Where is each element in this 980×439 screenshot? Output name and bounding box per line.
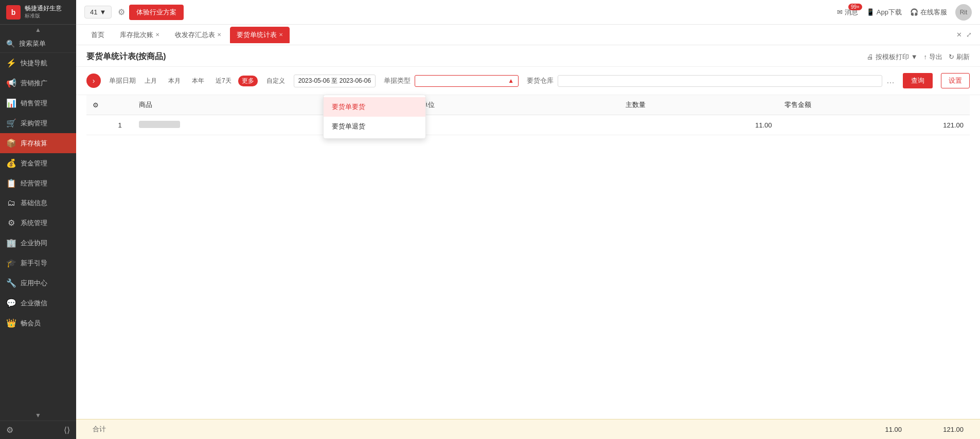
sales-icon: 📊: [6, 98, 16, 108]
inventory-icon: 📦: [6, 138, 16, 148]
settings-bottom-icon[interactable]: ⚙: [6, 425, 13, 435]
user-avatar[interactable]: Rit: [955, 4, 972, 21]
system-label: 系统管理: [21, 218, 70, 228]
sidebar-scroll-up[interactable]: ▲: [0, 25, 76, 35]
date-range-input[interactable]: 2023-05-06 至 2023-06-06: [294, 75, 376, 87]
content-area: 要货单统计表(按商品) 🖨 按模板打印 ▼ ↑ 导出 ↻ 刷新: [76, 45, 980, 439]
search-button[interactable]: 查询: [903, 73, 933, 88]
data-table: ⚙ 商品 主计量单位 主数量 零售金额 1: [86, 95, 970, 135]
date-btn-this-month[interactable]: 本月: [164, 75, 185, 87]
date-shortcuts: 上月 本月 本年 近7天 更多: [140, 75, 258, 87]
app-download-icon: 📱: [866, 8, 875, 16]
operations-label: 经营管理: [21, 179, 70, 188]
sidebar-search[interactable]: 🔍 搜索菜单: [0, 35, 76, 53]
messages-action[interactable]: ✉ 消息 99+: [837, 8, 858, 17]
col-settings-header[interactable]: ⚙: [86, 95, 107, 115]
finance-icon: 💰: [6, 158, 16, 168]
quick-nav-label: 快捷导航: [21, 59, 70, 68]
row-settings: [86, 115, 107, 135]
filter-expand-btn[interactable]: ›: [86, 74, 101, 88]
header-settings-icon[interactable]: ⚙: [118, 7, 125, 17]
warehouse-input[interactable]: [558, 75, 882, 87]
support-action[interactable]: 🎧 在线客服: [910, 8, 947, 17]
basic-info-icon: 🗂: [6, 198, 16, 208]
title-actions: 🖨 按模板打印 ▼ ↑ 导出 ↻ 刷新: [867, 52, 970, 62]
purchase-label: 采购管理: [21, 119, 70, 128]
tab-inventory-batch[interactable]: 库存批次账 ✕: [113, 27, 166, 43]
search-icon: 🔍: [6, 40, 15, 48]
footer-quantity: 11.00: [861, 426, 902, 433]
col-amount-header: 零售金额: [778, 95, 970, 115]
warehouse-filter-group: 要货仓库 …: [527, 75, 895, 87]
dropdown-item-order-goods[interactable]: 要货单要货: [324, 97, 425, 117]
sidebar-item-inventory[interactable]: 📦 库存核算: [0, 133, 76, 153]
export-btn[interactable]: ↑ 导出: [924, 52, 943, 62]
sidebar-item-purchase[interactable]: 🛒 采购管理: [0, 113, 76, 133]
dropdown-arrow-icon: ▼: [99, 8, 106, 16]
export-label: 导出: [929, 52, 942, 62]
tab-actions: ✕ ⤢: [956, 31, 972, 39]
sidebar-item-basic-info[interactable]: 🗂 基础信息: [0, 193, 76, 213]
basic-info-label: 基础信息: [21, 198, 70, 208]
row-unit: 块: [395, 115, 619, 135]
search-menu-label: 搜索菜单: [19, 39, 46, 48]
type-filter-group: 单据类型 ▲: [384, 75, 519, 87]
sidebar-item-enterprise[interactable]: 🏢 企业协同: [0, 233, 76, 253]
refresh-btn[interactable]: ↻ 刷新: [949, 52, 970, 62]
sidebar-item-vip[interactable]: 👑 畅会员: [0, 313, 76, 333]
sidebar-item-system[interactable]: ⚙ 系统管理: [0, 213, 76, 233]
type-select-input[interactable]: [419, 77, 506, 85]
tab-close-all-icon[interactable]: ✕: [956, 31, 962, 39]
sidebar-item-sales[interactable]: 📊 销售管理: [0, 93, 76, 113]
trial-button[interactable]: 体验行业方案: [129, 5, 184, 20]
tab-expand-icon[interactable]: ⤢: [966, 31, 972, 39]
enterprise-label: 企业协同: [21, 239, 70, 248]
col-quantity-header: 主数量: [619, 95, 778, 115]
sidebar-item-operations[interactable]: 📋 经营管理: [0, 173, 76, 193]
tab-inventory-batch-close[interactable]: ✕: [155, 32, 159, 38]
date-btn-more[interactable]: 更多: [238, 76, 258, 86]
row-amount: 121.00: [778, 115, 970, 135]
row-seq: 1: [107, 115, 133, 135]
messages-badge: 99+: [848, 4, 862, 10]
sidebar-scroll-down[interactable]: ▼: [0, 410, 76, 420]
sidebar-item-guide[interactable]: 🎓 新手引导: [0, 253, 76, 273]
table-footer: 合计 11.00 121.00: [76, 419, 980, 439]
logo-icon: b: [6, 5, 21, 20]
tab-order-stats-close[interactable]: ✕: [279, 32, 283, 38]
footer-label: 合计: [93, 425, 106, 434]
date-btn-last-month[interactable]: 上月: [140, 75, 162, 87]
sidebar-item-wechat[interactable]: 💬 企业微信: [0, 293, 76, 313]
tab-inventory-batch-label: 库存批次账: [120, 30, 153, 40]
tab-home[interactable]: 首页: [84, 27, 111, 43]
export-icon: ↑: [924, 53, 928, 61]
print-template-btn[interactable]: 🖨 按模板打印 ▼: [867, 52, 918, 62]
wechat-label: 企业微信: [21, 299, 70, 308]
more-filter-icon[interactable]: …: [886, 76, 895, 85]
app-center-icon: 🔧: [6, 278, 16, 288]
date-filter-label: 单据日期: [109, 76, 136, 85]
sidebar-item-finance[interactable]: 💰 资金管理: [0, 153, 76, 173]
date-btn-last-7[interactable]: 近7天: [211, 75, 236, 87]
vip-label: 畅会员: [21, 319, 70, 328]
sidebar-bottom: ⚙ ⟨⟩: [0, 420, 76, 439]
tab-receive-summary-close[interactable]: ✕: [217, 32, 221, 38]
company-selector[interactable]: 41 ▼: [84, 6, 112, 19]
collapse-icon[interactable]: ⟨⟩: [64, 425, 70, 435]
app-download-action[interactable]: 📱 App下载: [866, 8, 902, 17]
sidebar-item-quick-nav[interactable]: ⚡ 快捷导航: [0, 53, 76, 73]
date-btn-this-year[interactable]: 本年: [187, 75, 209, 87]
date-btn-custom[interactable]: 自定义: [262, 75, 290, 87]
table-settings-icon[interactable]: ⚙: [93, 101, 99, 109]
sidebar-item-app-center[interactable]: 🔧 应用中心: [0, 273, 76, 293]
sidebar-item-marketing[interactable]: 📢 营销推广: [0, 73, 76, 93]
tab-receive-summary[interactable]: 收发存汇总表 ✕: [168, 27, 228, 43]
type-select-wrapper[interactable]: ▲: [415, 75, 519, 87]
footer-amount: 121.00: [922, 426, 964, 433]
support-icon: 🎧: [910, 8, 918, 16]
tab-order-stats[interactable]: 要货单统计表 ✕: [230, 27, 290, 43]
setting-button[interactable]: 设置: [941, 73, 970, 88]
dropdown-item-order-return[interactable]: 要货单退货: [324, 117, 425, 136]
type-select-up-icon[interactable]: ▲: [508, 77, 514, 84]
sidebar-nav: ⚡ 快捷导航 📢 营销推广 📊 销售管理 🛒 采购管理 📦 库存核算 💰 资金管…: [0, 53, 76, 410]
